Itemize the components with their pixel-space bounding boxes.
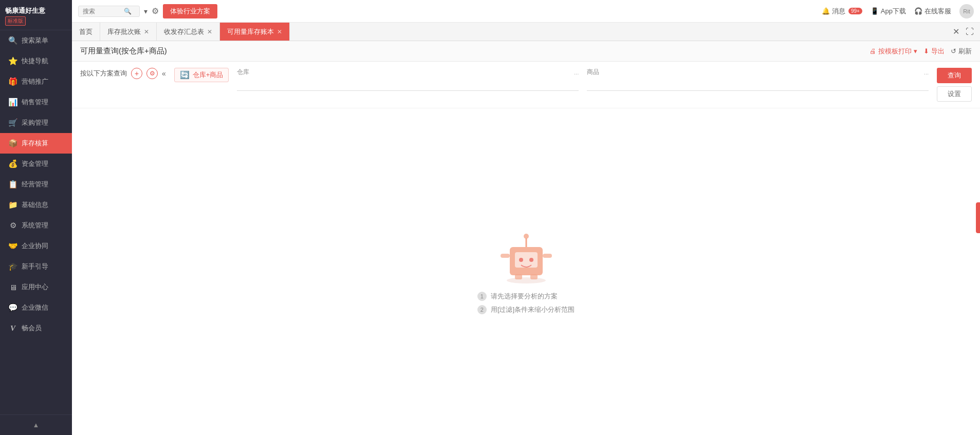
sidebar-item-appcenter[interactable]: 🖥 应用中心 (0, 277, 72, 297)
tab-home-label: 首页 (79, 27, 93, 36)
filter-panel: 按以下方案查询 + ⚙ « 🔄 仓库+商品 仓库 ... (72, 62, 980, 108)
sidebar-item-operation[interactable]: 📋 经营管理 (0, 174, 72, 195)
money-icon: 💰 (8, 159, 17, 168)
sidebar-item-purchase[interactable]: 🛒 采购管理 (0, 112, 72, 133)
tab-available[interactable]: 可用量库存账本 ✕ (220, 23, 290, 41)
tab-home[interactable]: 首页 (72, 23, 100, 41)
gear-icon: ⚙ (8, 221, 17, 230)
sidebar-item-quicknav[interactable]: ⭐ 快捷导航 (0, 51, 72, 71)
folder-icon: 📁 (8, 200, 17, 210)
box-icon: 📦 (8, 139, 17, 148)
tab-batch-label: 库存批次账 (107, 27, 141, 36)
message-btn[interactable]: 🔔 消息 99+ (822, 7, 862, 16)
scheme-label: 仓库+商品 (193, 70, 224, 80)
empty-tip-1: 1 请先选择要分析的方案 (477, 292, 575, 301)
headset-icon: 🎧 (914, 7, 922, 15)
svg-point-6 (524, 234, 529, 239)
tab-batch[interactable]: 库存批次账 ✕ (100, 23, 157, 41)
user-name: Rit (963, 8, 970, 14)
sidebar: 畅康通好生意 标准版 🔍 搜索菜单 ⭐ 快捷导航 🎁 营销推广 📊 销售管理 🛒… (0, 0, 72, 435)
empty-illustration (495, 229, 557, 286)
main-area: 🔍 ▾ ⚙ 体验行业方案 🔔 消息 99+ 📱 App下载 🎧 在线客服 Rit (72, 0, 980, 435)
sidebar-item-search[interactable]: 🔍 搜索菜单 (0, 30, 72, 51)
svg-rect-2 (515, 252, 538, 268)
online-service-btn[interactable]: 🎧 在线客服 (914, 7, 951, 16)
tab-maximize-btn[interactable]: ⛶ (964, 26, 976, 37)
online-service-label: 在线客服 (924, 7, 951, 16)
query-button[interactable]: 查询 (937, 68, 972, 83)
product-input[interactable] (587, 79, 929, 91)
tip-text-1: 请先选择要分析的方案 (491, 292, 558, 301)
filter-settings-btn[interactable]: ⚙ (146, 68, 158, 79)
sidebar-item-label: 企业微信 (22, 303, 48, 312)
right-edge-indicator (976, 202, 980, 233)
topbar-search-box[interactable]: 🔍 (78, 6, 140, 17)
product-field-more[interactable]: ... (924, 69, 929, 75)
product-field-label: 商品 (587, 68, 599, 77)
svg-point-4 (529, 258, 533, 262)
filter-field-header: 仓库 ... (237, 68, 579, 77)
tab-summary[interactable]: 收发存汇总表 ✕ (157, 23, 220, 41)
tabs-bar: 首页 库存批次账 ✕ 收发存汇总表 ✕ 可用量库存账本 ✕ ✕ ⛶ (72, 23, 980, 41)
star-icon: ⭐ (8, 56, 17, 66)
search-icon: 🔍 (124, 8, 132, 15)
cart-icon: 🛒 (8, 118, 17, 127)
sidebar-item-wechat[interactable]: 💬 企业微信 (0, 297, 72, 318)
sidebar-item-marketing[interactable]: 🎁 营销推广 (0, 71, 72, 92)
sidebar-item-label: 快捷导航 (22, 56, 48, 66)
page-content: 可用量查询(按仓库+商品) 🖨 按模板打印 ▾ ⬇ 导出 ↺ 刷新 (72, 41, 980, 435)
search-input[interactable] (83, 8, 124, 15)
sidebar-item-system[interactable]: ⚙ 系统管理 (0, 215, 72, 236)
refresh-btn[interactable]: ↺ 刷新 (951, 47, 972, 56)
tab-close-all-btn[interactable]: ✕ (951, 26, 961, 37)
export-btn[interactable]: ⬇ 导出 (923, 47, 945, 56)
sidebar-item-label: 经营管理 (22, 180, 48, 189)
page-header: 可用量查询(按仓库+商品) 🖨 按模板打印 ▾ ⬇ 导出 ↺ 刷新 (72, 41, 980, 62)
graduate-icon: 🎓 (8, 262, 17, 271)
message-label: 消息 (832, 7, 845, 16)
topbar-right: 🔔 消息 99+ 📱 App下载 🎧 在线客服 Rit (822, 4, 974, 18)
sidebar-item-inventory[interactable]: 📦 库存核算 (0, 133, 72, 154)
user-profile[interactable]: Rit (959, 4, 974, 18)
export-icon: ⬇ (923, 47, 929, 55)
bell-icon: 🔔 (822, 7, 830, 15)
sidebar-item-label: 畅会员 (22, 324, 42, 333)
sidebar-header: 畅康通好生意 标准版 (0, 0, 72, 30)
mobile-icon: 📱 (871, 7, 879, 15)
svg-point-0 (507, 277, 546, 283)
sidebar-nav: 🔍 搜索菜单 ⭐ 快捷导航 🎁 营销推广 📊 销售管理 🛒 采购管理 📦 库存核… (0, 30, 72, 414)
sidebar-item-sales[interactable]: 📊 销售管理 (0, 92, 72, 112)
sidebar-item-label: 资金管理 (22, 159, 48, 168)
vip-icon: V (8, 324, 17, 333)
empty-state: 1 请先选择要分析的方案 2 用[过滤]条件来缩小分析范围 (72, 108, 980, 435)
print-btn[interactable]: 🖨 按模板打印 ▾ (870, 47, 917, 56)
sidebar-item-basic[interactable]: 📁 基础信息 (0, 195, 72, 215)
sidebar-item-label: 基础信息 (22, 200, 48, 210)
tab-summary-close[interactable]: ✕ (207, 28, 212, 35)
sidebar-bottom: ▲ (0, 414, 72, 435)
topbar: 🔍 ▾ ⚙ 体验行业方案 🔔 消息 99+ 📱 App下载 🎧 在线客服 Rit (72, 0, 980, 23)
clipboard-icon: 📋 (8, 180, 17, 189)
solution-btn[interactable]: 体验行业方案 (163, 4, 217, 18)
filter-add-btn[interactable]: + (131, 68, 142, 79)
sidebar-item-newbie[interactable]: 🎓 新手引导 (0, 256, 72, 277)
message-badge: 99+ (848, 8, 862, 14)
sidebar-item-finance[interactable]: 💰 资金管理 (0, 154, 72, 174)
wechat-icon: 💬 (8, 303, 17, 312)
chart-icon: 📊 (8, 98, 17, 107)
sidebar-item-corp[interactable]: 🤝 企业协同 (0, 236, 72, 256)
search-dropdown-btn[interactable]: ▾ (144, 7, 147, 15)
set-button[interactable]: 设置 (937, 86, 972, 102)
filter-label: 按以下方案查询 (80, 69, 127, 78)
tab-available-close[interactable]: ✕ (277, 28, 282, 35)
app-download-btn[interactable]: 📱 App下载 (871, 7, 906, 16)
sidebar-item-label: 系统管理 (22, 221, 48, 230)
filter-scheme-warehouse[interactable]: 🔄 仓库+商品 (174, 68, 229, 82)
sidebar-item-member[interactable]: V 畅会员 (0, 318, 72, 338)
sidebar-scroll-down[interactable]: ▲ (0, 419, 72, 431)
filter-collapse-btn[interactable]: « (162, 69, 166, 78)
warehouse-input[interactable] (237, 79, 579, 91)
tab-batch-close[interactable]: ✕ (144, 28, 149, 35)
warehouse-field-more[interactable]: ... (574, 69, 579, 75)
settings-gear-btn[interactable]: ⚙ (152, 6, 159, 16)
